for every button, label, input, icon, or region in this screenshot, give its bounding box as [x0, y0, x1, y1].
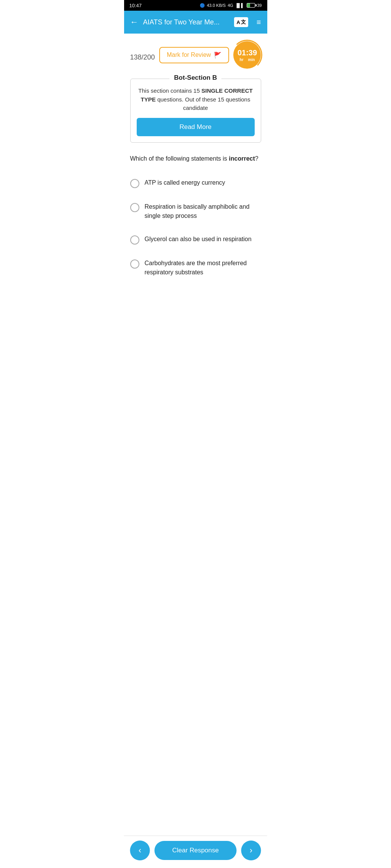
option-c-text: Glycerol can also be used in respiration [145, 235, 252, 244]
speed-indicator: 43.0 KB/S [207, 3, 226, 8]
back-button[interactable]: ← [130, 17, 139, 27]
option-b[interactable]: Respiration is basically amphibolic and … [130, 195, 261, 227]
battery-icon [247, 3, 255, 8]
signal-icon: ▐▌▌ [235, 3, 244, 8]
option-b-text: Respiration is basically amphibolic and … [145, 202, 261, 221]
option-d[interactable]: Carbohydrates are the most preferred res… [130, 251, 261, 284]
option-a[interactable]: ATP is called energy currency [130, 171, 261, 195]
translate-a: A [236, 19, 240, 25]
radio-d[interactable] [130, 259, 139, 269]
status-bar: 10:47 🔵 43.0 KB/S 4G ▐▌▌ 39 [124, 0, 267, 11]
timer-min-label: min [248, 58, 255, 62]
option-d-text: Carbohydrates are the most preferred res… [145, 259, 261, 277]
section-description: This section contains 15 SINGLE CORRECT … [137, 87, 255, 113]
mark-review-label: Mark for Review [167, 52, 211, 58]
header-title: AIATS for Two Year Me... [143, 18, 230, 26]
bottom-navigation: ‹ Clear Response › [124, 836, 267, 868]
prev-button[interactable]: ‹ [130, 841, 150, 860]
battery-level: 39 [257, 3, 262, 8]
section-box: Bot-Section B This section contains 15 S… [130, 79, 261, 143]
app-header: ← AIATS for Two Year Me... A 文 ≡ [124, 11, 267, 34]
mark-for-review-button[interactable]: Mark for Review 🚩 [159, 47, 229, 63]
question-row: 138/200 Mark for Review 🚩 01:39 hr min [124, 34, 267, 75]
translate-button[interactable]: A 文 [234, 17, 248, 27]
option-c[interactable]: Glycerol can also be used in respiration [130, 227, 261, 251]
network-indicator: 4G [228, 3, 233, 8]
flag-icon: 🚩 [214, 52, 221, 59]
radio-c[interactable] [130, 235, 139, 245]
timer-time: 01:39 [238, 48, 257, 57]
radio-a[interactable] [130, 179, 139, 188]
option-a-text: ATP is called energy currency [145, 178, 225, 187]
question-counter: 138/200 [130, 47, 155, 63]
section-title: Bot-Section B [170, 74, 221, 82]
status-icons: 🔵 43.0 KB/S 4G ▐▌▌ 39 [200, 3, 262, 8]
timer-labels: hr min [240, 58, 255, 62]
options-list: ATP is called energy currency Respiratio… [124, 171, 267, 284]
radio-b[interactable] [130, 203, 139, 212]
status-time: 10:47 [129, 3, 142, 8]
translate-icon: 文 [241, 19, 246, 26]
timer-hr-label: hr [240, 58, 244, 62]
question-text: Which of the following statements is inc… [124, 150, 267, 171]
clear-response-button[interactable]: Clear Response [155, 841, 237, 860]
next-button[interactable]: › [241, 841, 261, 860]
menu-button[interactable]: ≡ [257, 18, 261, 27]
read-more-button[interactable]: Read More [137, 118, 255, 136]
bluetooth-icon: 🔵 [200, 3, 205, 8]
timer-circle: 01:39 hr min [233, 41, 261, 69]
